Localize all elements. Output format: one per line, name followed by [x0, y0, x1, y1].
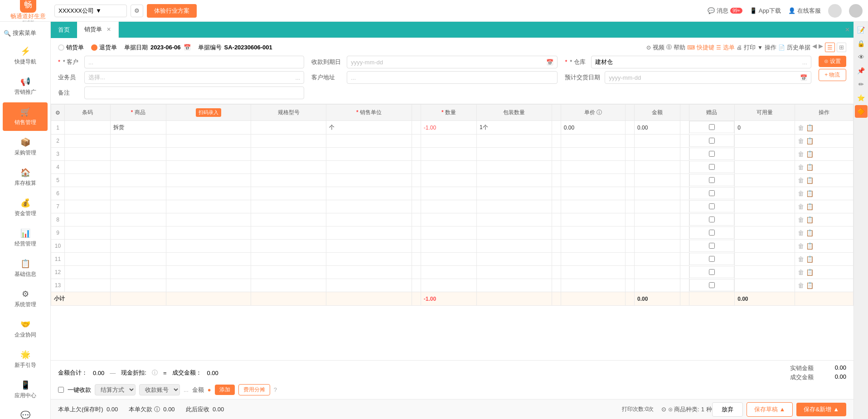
row-pkg-qty[interactable]	[477, 187, 552, 200]
row-gift-checkbox[interactable]	[709, 256, 715, 262]
radio-return-order[interactable]: 退货单	[91, 43, 117, 52]
row-delete-icon[interactable]: 🗑	[798, 255, 804, 263]
row-delete-icon[interactable]: 🗑	[798, 229, 804, 236]
row-product[interactable]	[110, 240, 166, 253]
salesperson-input[interactable]: 选择... ...	[84, 71, 304, 84]
right-panel-icon-5[interactable]: ✏	[855, 78, 868, 91]
app-download-button[interactable]: 📱 App下载	[750, 7, 781, 15]
online-service-button[interactable]: 👤 在线客服	[788, 7, 821, 15]
list-view-btn[interactable]: ☰	[825, 43, 835, 52]
row-barcode[interactable]	[65, 279, 111, 292]
one-key-payment-checkbox[interactable]	[58, 387, 64, 393]
row-price[interactable]	[561, 266, 625, 279]
sidebar-item-purchase[interactable]: 📦 采购管理	[3, 133, 48, 161]
company-selector[interactable]: XXXXXX公司 ▼	[54, 5, 127, 17]
sidebar-item-app-center[interactable]: 📱 应用中心	[3, 376, 48, 404]
row-product[interactable]	[110, 200, 166, 213]
row-barcode[interactable]	[65, 213, 111, 226]
help-icon[interactable]: ?	[274, 386, 277, 393]
setting-button[interactable]: ⊙ 设置	[819, 56, 846, 67]
shortcut-btn[interactable]: ⌨ 快捷键	[687, 43, 714, 52]
row-delete-icon[interactable]: 🗑	[798, 203, 804, 210]
row-pkg-qty[interactable]	[477, 279, 552, 292]
row-qty[interactable]	[421, 187, 476, 200]
sidebar-item-enterprise-wechat[interactable]: 💬 企业微信	[3, 406, 48, 419]
tab-close-icon[interactable]: ✕	[107, 26, 111, 33]
row-barcode[interactable]	[65, 174, 111, 187]
row-gift-checkbox[interactable]	[709, 190, 715, 196]
row-product[interactable]	[110, 161, 166, 174]
row-copy-icon[interactable]: 📋	[806, 216, 814, 223]
row-price[interactable]	[561, 174, 625, 187]
scan-button[interactable]: 扫码录入	[196, 108, 221, 117]
discard-button[interactable]: 放弃	[712, 402, 743, 417]
row-delete-icon[interactable]: 🗑	[798, 242, 804, 250]
sidebar-item-marketing[interactable]: 📢 营销推广	[3, 72, 48, 101]
row-copy-icon[interactable]: 📋	[806, 190, 814, 197]
warehouse-input[interactable]: 建材仓 ...	[591, 56, 811, 68]
row-qty[interactable]: -1.00	[421, 121, 476, 135]
row-copy-icon[interactable]: 📋	[806, 150, 814, 158]
row-qty[interactable]	[421, 135, 476, 148]
row-barcode[interactable]	[65, 253, 111, 266]
row-product[interactable]	[110, 279, 166, 292]
logistics-button[interactable]: + 物流	[819, 69, 846, 81]
row-qty[interactable]	[421, 174, 476, 187]
row-pkg-qty[interactable]	[477, 161, 552, 174]
row-unit[interactable]	[326, 279, 412, 292]
row-product[interactable]	[110, 226, 166, 240]
row-delete-icon[interactable]: 🗑	[798, 177, 804, 184]
sidebar-item-inventory[interactable]: 🏠 库存核算	[3, 163, 48, 192]
row-gift-checkbox[interactable]	[709, 151, 715, 157]
calendar-icon-due[interactable]: 📅	[546, 59, 553, 66]
tab-bar-close-all[interactable]: ✕	[845, 26, 853, 33]
row-spec[interactable]	[251, 161, 326, 174]
history-btn[interactable]: 📄 历史单据	[778, 43, 810, 52]
due-date-input[interactable]: yyyy-mm-dd 📅	[347, 56, 558, 68]
print-btn[interactable]: 🖨 打印	[737, 43, 756, 52]
row-unit[interactable]	[326, 253, 412, 266]
row-copy-icon[interactable]: 📋	[806, 124, 814, 131]
row-spec[interactable]	[251, 135, 326, 148]
row-gift-checkbox[interactable]	[709, 177, 715, 183]
row-barcode[interactable]	[65, 121, 111, 135]
row-delete-icon[interactable]: 🗑	[798, 164, 804, 171]
right-panel-icon-6[interactable]: ⭐	[855, 92, 868, 104]
row-unit[interactable]	[326, 200, 412, 213]
row-amount[interactable]	[635, 174, 680, 187]
row-spec[interactable]	[251, 266, 326, 279]
product-type[interactable]: ⊙ ⊙ 商品种类: 1 种	[661, 405, 712, 414]
row-copy-icon[interactable]: 📋	[806, 255, 814, 263]
customer-address-input[interactable]: ...	[347, 71, 558, 84]
row-pkg-qty[interactable]	[477, 135, 552, 148]
row-price[interactable]: 0.00	[561, 121, 625, 135]
account-dots[interactable]: ...	[184, 386, 189, 393]
row-spec[interactable]	[251, 253, 326, 266]
row-unit[interactable]	[326, 226, 412, 240]
row-barcode[interactable]	[65, 187, 111, 200]
row-spec[interactable]	[251, 121, 326, 135]
save-new-button[interactable]: 保存&新增 ▲	[796, 403, 846, 416]
account-select[interactable]: 收款账号	[139, 384, 180, 395]
row-copy-icon[interactable]: 📋	[806, 137, 814, 144]
row-qty[interactable]	[421, 240, 476, 253]
row-barcode[interactable]	[65, 135, 111, 148]
row-product[interactable]	[110, 253, 166, 266]
save-draft-button[interactable]: 保存草稿 ▲	[747, 402, 793, 417]
row-gift-checkbox[interactable]	[709, 217, 715, 222]
row-unit[interactable]	[326, 161, 412, 174]
row-unit[interactable]	[326, 213, 412, 226]
row-product[interactable]	[110, 187, 166, 200]
row-amount[interactable]	[635, 161, 680, 174]
row-gift-checkbox[interactable]	[709, 138, 715, 144]
row-price[interactable]	[561, 148, 625, 161]
row-unit[interactable]	[326, 240, 412, 253]
customer-input[interactable]: ...	[84, 56, 304, 68]
row-pkg-qty[interactable]	[477, 148, 552, 161]
trial-button[interactable]: 体验行业方案	[147, 4, 197, 18]
row-qty[interactable]	[421, 253, 476, 266]
select-btn[interactable]: ☰ 选单	[716, 43, 735, 52]
row-spec[interactable]	[251, 240, 326, 253]
row-spec[interactable]	[251, 213, 326, 226]
row-gift-checkbox[interactable]	[709, 164, 715, 170]
